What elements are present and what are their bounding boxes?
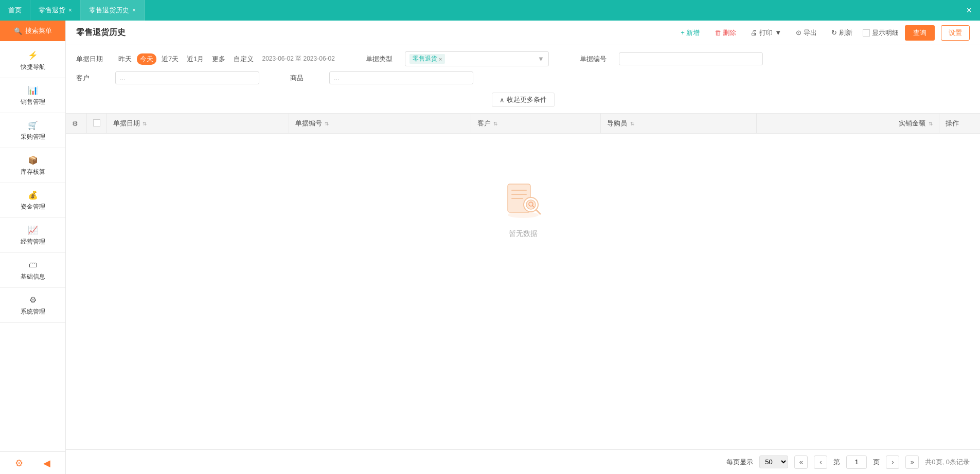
th-customer-label: 客户 — [477, 119, 491, 127]
collapse-filter-button[interactable]: ∧ 收起更多条件 — [492, 93, 555, 107]
export-label: 导出 — [804, 28, 817, 38]
collapse-sidebar-button[interactable]: ◀ — [43, 458, 50, 469]
date-opt-7days[interactable]: 近7天 — [158, 53, 182, 65]
data-table: ⚙ 单据日期 ⇅ 单据编号 ⇅ — [66, 114, 980, 280]
sidebar-item-label: 资金管理 — [21, 203, 45, 211]
content-area: 零售退货历史 + 新增 🗑 删除 🖨 打印 ▼ ⊙ 导出 ↻ 刷新 — [66, 21, 980, 474]
print-button[interactable]: 🖨 打印 ▼ — [746, 26, 786, 40]
th-amount-label: 实销金额 — [899, 119, 925, 127]
pagination-bar: 每页显示 20 50 100 « ‹ 第 页 › » 共0页, 0条记录 — [66, 449, 980, 474]
refresh-label: 刷新 — [839, 28, 852, 38]
print-label: 打印 — [759, 28, 773, 38]
main-layout: 🔍 搜索菜单 ⚡ 快捷导航 📊 销售管理 🛒 采购管理 📦 库存核算 💰 — [0, 21, 980, 474]
tab-retail-return-close[interactable]: × — [68, 7, 72, 14]
total-info: 共0页, 0条记录 — [925, 458, 970, 467]
date-opt-more[interactable]: 更多 — [209, 53, 228, 65]
new-button[interactable]: + 新增 — [676, 26, 704, 40]
refresh-button[interactable]: ↻ 刷新 — [827, 26, 857, 40]
basic-info-icon: 🗃 — [27, 259, 39, 270]
date-opt-yesterday[interactable]: 昨天 — [115, 53, 135, 65]
tab-home[interactable]: 首页 — [0, 0, 30, 21]
tab-retail-return-history[interactable]: 零售退货历史 × — [81, 0, 145, 21]
sidebar-item-operations[interactable]: 📈 经营管理 — [0, 218, 65, 253]
sidebar-item-label: 基础信息 — [21, 272, 45, 281]
th-number[interactable]: 单据编号 ⇅ — [289, 114, 471, 134]
sidebar-item-purchase[interactable]: 🛒 采购管理 — [0, 113, 65, 148]
th-customer[interactable]: 客户 ⇅ — [471, 114, 600, 134]
sidebar-item-basic-info[interactable]: 🗃 基础信息 — [0, 253, 65, 288]
date-opt-today[interactable]: 今天 — [137, 53, 156, 65]
purchase-icon: 🛒 — [27, 119, 39, 131]
query-button[interactable]: 查询 — [905, 25, 935, 41]
table-settings-icon[interactable]: ⚙ — [72, 120, 78, 127]
tab-home-label: 首页 — [8, 6, 22, 15]
delete-button[interactable]: 🗑 删除 — [710, 26, 741, 40]
th-check[interactable] — [86, 114, 106, 134]
th-date[interactable]: 单据日期 ⇅ — [106, 114, 289, 134]
tab-retail-return-label: 零售退货 — [39, 6, 65, 15]
next-page-button[interactable]: › — [886, 455, 899, 469]
voucher-filter-input[interactable] — [619, 52, 763, 65]
svg-point-6 — [526, 200, 536, 209]
quick-nav-icon: ⚡ — [27, 49, 39, 61]
sidebar-item-finance[interactable]: 💰 资金管理 — [0, 183, 65, 218]
inventory-icon: 📦 — [27, 154, 39, 166]
type-filter-label: 单据类型 — [366, 54, 395, 64]
goods-filter-input[interactable]: ... — [329, 71, 473, 84]
last-page-button[interactable]: » — [905, 455, 919, 469]
th-guide-label: 导购员 — [607, 119, 627, 127]
customer-dots: ... — [120, 74, 126, 82]
settings-footer-button[interactable]: ⚙ — [15, 458, 23, 469]
sales-icon: 📊 — [27, 84, 39, 96]
first-page-button[interactable]: « — [794, 455, 808, 469]
export-button[interactable]: ⊙ 导出 — [792, 26, 821, 40]
sidebar-item-label: 库存核算 — [21, 168, 45, 176]
sidebar-item-sales[interactable]: 📊 销售管理 — [0, 78, 65, 113]
show-detail-label: 显示明细 — [872, 28, 899, 38]
operations-icon: 📈 — [27, 224, 39, 235]
date-range-display: 2023-06-02 至 2023-06-02 — [262, 54, 334, 63]
th-amount[interactable]: 实销金额 ⇅ — [757, 114, 939, 134]
date-opt-custom[interactable]: 自定义 — [230, 53, 257, 65]
svg-line-7 — [536, 210, 540, 214]
th-settings[interactable]: ⚙ — [66, 114, 86, 134]
page-header: 零售退货历史 + 新增 🗑 删除 🖨 打印 ▼ ⊙ 导出 ↻ 刷新 — [66, 21, 980, 45]
type-select-arrow: ▼ — [538, 55, 544, 63]
type-tag-label: 零售退货 — [413, 54, 437, 63]
sidebar-item-quick-nav[interactable]: ⚡ 快捷导航 — [0, 43, 65, 78]
sidebar: 🔍 搜索菜单 ⚡ 快捷导航 📊 销售管理 🛒 采购管理 📦 库存核算 💰 — [0, 21, 66, 474]
sidebar-item-label: 采购管理 — [21, 133, 45, 141]
sidebar-item-inventory[interactable]: 📦 库存核算 — [0, 148, 65, 183]
page-label: 页 — [873, 458, 880, 467]
filter-row-date: 单据日期 昨天 今天 近7天 近1月 更多 自定义 2023-06-02 至 2… — [76, 51, 970, 66]
date-opt-1month[interactable]: 近1月 — [184, 53, 207, 65]
page-size-select[interactable]: 20 50 100 — [759, 455, 788, 468]
tab-retail-return-history-close[interactable]: × — [132, 7, 136, 14]
top-bar: 首页 零售退货 × 零售退货历史 × × — [0, 0, 980, 21]
type-filter-select[interactable]: 零售退货 × ▼ — [405, 51, 549, 66]
type-tag: 零售退货 × — [409, 54, 445, 64]
settings-button[interactable]: 设置 — [941, 25, 970, 41]
empty-state-row: 暂无数据 — [66, 134, 980, 280]
tab-retail-return[interactable]: 零售退货 × — [30, 0, 81, 21]
customer-filter-input[interactable]: ... — [115, 71, 259, 84]
window-close-button[interactable]: × — [958, 5, 980, 16]
th-actions-label: 操作 — [946, 119, 959, 127]
show-detail-wrap: 显示明细 — [863, 28, 899, 38]
show-detail-checkbox[interactable] — [863, 29, 870, 37]
table-wrap: ⚙ 单据日期 ⇅ 单据编号 ⇅ — [66, 114, 980, 449]
type-tag-close[interactable]: × — [439, 56, 442, 62]
select-all-checkbox[interactable] — [93, 119, 100, 126]
sidebar-item-label: 系统管理 — [21, 307, 45, 316]
filter-area: 单据日期 昨天 今天 近7天 近1月 更多 自定义 2023-06-02 至 2… — [66, 45, 980, 114]
system-icon: ⚙ — [27, 294, 39, 305]
th-date-label: 单据日期 — [113, 119, 140, 127]
sort-customer-icon: ⇅ — [493, 121, 497, 126]
page-number-input[interactable] — [846, 455, 867, 469]
sidebar-search[interactable]: 🔍 搜索菜单 — [0, 21, 65, 41]
sort-date-icon: ⇅ — [142, 121, 147, 126]
th-guide[interactable]: 导购员 ⇅ — [601, 114, 757, 134]
prev-page-button[interactable]: ‹ — [814, 455, 827, 469]
customer-filter-label: 客户 — [76, 74, 105, 83]
sidebar-item-system[interactable]: ⚙ 系统管理 — [0, 288, 65, 323]
